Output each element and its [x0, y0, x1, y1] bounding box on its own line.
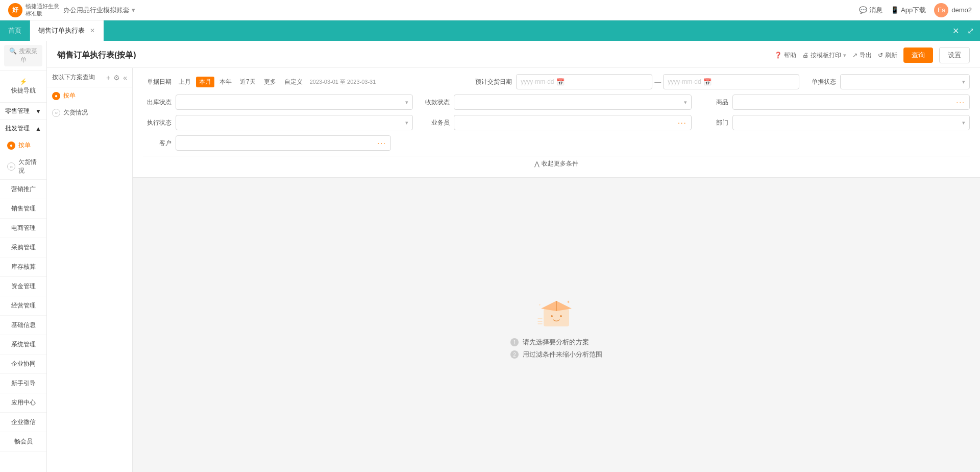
app-download-btn[interactable]: 📱 App下载 — [891, 6, 926, 15]
sidebar-item-finance[interactable]: 资金管理 — [0, 277, 46, 296]
tab-order-exec[interactable]: 销售订单执行表 ✕ — [30, 20, 104, 41]
filter-group-ship: 出库状态 ▾ — [143, 95, 413, 110]
query-button[interactable]: 查询 — [903, 48, 933, 63]
date-tab-current-month[interactable]: 本月 — [196, 77, 214, 87]
sidebar-item-purchase[interactable]: 采购管理 — [0, 238, 46, 257]
print-btn[interactable]: 🖨 按模板打印 ▾ — [802, 51, 846, 60]
exec-select[interactable]: ▾ — [176, 115, 413, 130]
sidebar-item-system[interactable]: 系统管理 — [0, 335, 46, 355]
sidebar-sub-debt[interactable]: ○ 欠货情况 — [0, 154, 46, 179]
tab-minimize-icon[interactable]: ✕ — [950, 24, 961, 38]
sidebar-item-retail[interactable]: 零售管理 ▼ — [0, 103, 46, 120]
forecast-to-input[interactable]: yyyy-mm-dd 📅 — [663, 74, 799, 89]
filter-row-1: 单据日期 上月 本月 本年 近7天 更多 自定义 20 — [143, 74, 970, 89]
active-dot: ● — [7, 141, 15, 150]
salesman-ellipsis-icon[interactable]: ··· — [678, 119, 687, 127]
scheme-inactive-dot: ○ — [52, 109, 60, 117]
export-btn[interactable]: ↗ 导出 — [852, 51, 872, 60]
sidebar-item-ecommerce[interactable]: 电商管理 — [0, 219, 46, 238]
ship-dropdown-icon: ▾ — [405, 99, 408, 106]
breadcrumb: 办公用品行业模拟账套 ▾ — [63, 6, 135, 15]
payment-select[interactable]: ▾ — [454, 95, 691, 110]
exec-label: 执行状态 — [143, 119, 172, 127]
help-btn[interactable]: ❓ 帮助 — [774, 51, 796, 60]
forecast-from-cal-icon[interactable]: 📅 — [556, 78, 565, 86]
scheme-active-dot: ● — [52, 92, 60, 100]
sidebar-item-marketing[interactable]: 营销推广 — [0, 180, 46, 199]
dept-label: 部门 — [700, 119, 728, 127]
sidebar-item-enterprise[interactable]: 企业协同 — [0, 355, 46, 374]
search-input[interactable]: 🔍 搜索菜单 — [4, 45, 42, 66]
status-select[interactable]: ▾ — [840, 74, 970, 89]
tab-expand-icon[interactable]: ⤢ — [965, 24, 976, 38]
tab-bar-actions: ✕ ⤢ — [946, 20, 980, 41]
sidebar-item-wholesale[interactable]: 批发管理 ▲ — [0, 120, 46, 137]
collapse-up-icon: ⋀ — [534, 160, 540, 168]
wholesale-arrow-icon: ▲ — [35, 125, 41, 132]
quick-nav-icon: ⚡ — [19, 78, 27, 85]
header-right: 💬 消息 📱 App下载 Ea demo2 — [859, 3, 972, 17]
forecast-to-cal-icon[interactable]: 📅 — [703, 78, 712, 86]
ship-select[interactable]: ▾ — [176, 95, 413, 110]
goods-select[interactable]: ··· — [732, 95, 970, 110]
dept-select[interactable]: ▾ — [732, 115, 970, 130]
sidebar-item-operations[interactable]: 经营管理 — [0, 296, 46, 316]
search-icon: 🔍 — [9, 48, 17, 55]
filter-row-2: 出库状态 ▾ 收款状态 ▾ — [143, 95, 970, 110]
sidebar-item-guide[interactable]: 新手引导 — [0, 374, 46, 393]
date-tab-more[interactable]: 更多 — [261, 77, 279, 87]
sidebar-item-apps[interactable]: 应用中心 — [0, 393, 46, 413]
sidebar-item-basic[interactable]: 基础信息 — [0, 316, 46, 335]
refresh-btn[interactable]: ↺ 刷新 — [878, 51, 897, 60]
sidebar-sub-press-order[interactable]: ● 按单 — [0, 137, 46, 154]
tab-close-icon[interactable]: ✕ — [90, 27, 95, 34]
ship-label: 出库状态 — [143, 98, 172, 107]
header-left: 好 畅捷通好生意 标准版 办公用品行业模拟账套 ▾ — [8, 3, 135, 17]
date-tabs: 上月 本月 本年 近7天 更多 自定义 — [176, 77, 306, 87]
filter-group-customer: 客户 ··· — [143, 135, 391, 151]
customer-select[interactable]: ··· — [176, 135, 391, 151]
svg-text:✦: ✦ — [567, 300, 570, 304]
filter-group-forecast: 预计交货日期 yyyy-mm-dd 📅 — yyyy-mm-dd 📅 — [475, 74, 799, 89]
content-area: 销售订单执行表(按单) ❓ 帮助 🖨 按模板打印 ▾ ↗ 导出 ↺ 刷新 — [47, 41, 980, 472]
scheme-item-debt[interactable]: ○ 欠货情况 — [47, 104, 132, 121]
scheme-panel: 按以下方案查询 + ⚙ « ● 按单 ○ 欠货情况 — [47, 68, 133, 472]
logo-icon: 好 — [8, 3, 22, 17]
sidebar-item-inventory[interactable]: 库存核算 — [0, 257, 46, 277]
scheme-settings-icon[interactable]: ⚙ — [113, 74, 120, 82]
logo-area: 好 畅捷通好生意 标准版 — [8, 3, 59, 17]
svg-point-4 — [560, 315, 562, 317]
scheme-item-press-order[interactable]: ● 按单 — [47, 87, 132, 104]
empty-tip-1: 1 请先选择要分析的方案 — [510, 338, 602, 347]
salesman-select[interactable]: ··· — [454, 115, 691, 130]
forecast-from-input[interactable]: yyyy-mm-dd 📅 — [516, 74, 652, 89]
sidebar-item-member[interactable]: 畅会员 — [0, 432, 46, 452]
payment-label: 收款状态 — [421, 98, 450, 107]
sidebar-item-quick-nav[interactable]: ⚡ 快捷导航 — [0, 74, 46, 99]
customer-ellipsis-icon[interactable]: ··· — [377, 139, 386, 147]
date-tab-last7[interactable]: 近7天 — [237, 77, 259, 87]
date-tab-custom[interactable]: 自定义 — [281, 77, 306, 87]
inactive-dot: ○ — [7, 162, 15, 171]
status-dropdown-icon: ▾ — [962, 79, 965, 85]
forecast-label: 预计交货日期 — [475, 78, 512, 86]
sidebar-nav: ⚡ 快捷导航 — [0, 71, 46, 103]
sidebar-item-wechat[interactable]: 企业微信 — [0, 413, 46, 432]
goods-ellipsis-icon[interactable]: ··· — [956, 98, 965, 106]
tab-bar: 首页 销售订单执行表 ✕ ✕ ⤢ — [0, 20, 980, 41]
filter-group-exec: 执行状态 ▾ — [143, 115, 413, 130]
sidebar-item-sales[interactable]: 销售管理 — [0, 199, 46, 219]
tab-home[interactable]: 首页 — [0, 20, 30, 41]
refresh-icon: ↺ — [878, 52, 883, 59]
date-label: 单据日期 — [143, 78, 172, 86]
collapse-btn[interactable]: ⋀ 收起更多条件 — [143, 156, 970, 171]
body-wrapper: 按以下方案查询 + ⚙ « ● 按单 ○ 欠货情况 — [47, 68, 980, 472]
scheme-collapse-icon[interactable]: « — [123, 74, 127, 82]
settings-button[interactable]: 设置 — [939, 47, 970, 63]
user-area[interactable]: Ea demo2 — [934, 3, 972, 17]
message-btn[interactable]: 💬 消息 — [859, 6, 883, 15]
date-tab-current-year[interactable]: 本年 — [216, 77, 235, 87]
scheme-add-icon[interactable]: + — [106, 74, 110, 82]
date-tab-last-month[interactable]: 上月 — [176, 77, 194, 87]
print-arrow-icon: ▾ — [843, 52, 846, 59]
